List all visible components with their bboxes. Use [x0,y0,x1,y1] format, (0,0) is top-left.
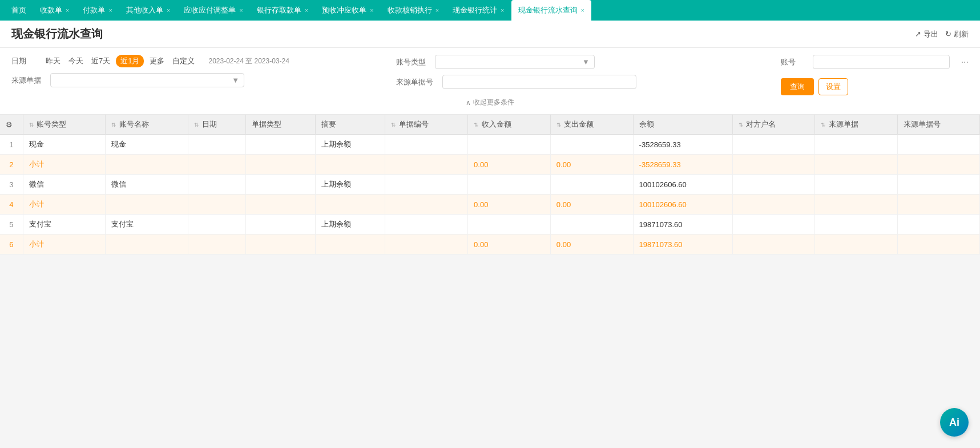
nav-verify[interactable]: 收款核销执行 × [381,0,446,21]
source-doc-select[interactable]: ▼ [50,73,244,87]
refresh-icon: ↻ [945,30,951,38]
collapse-button[interactable]: ∧ 收起更多条件 [466,98,514,107]
sort-icon: ⇅ [474,122,478,128]
table-row: 4小计0.000.00100102606.60 [0,195,980,215]
close-icon[interactable]: × [435,7,439,14]
close-icon[interactable]: × [239,7,243,14]
account-type-filter-row: 账号类型 ▼ [396,55,769,69]
col-balance: 余额 [633,115,732,135]
date-1month[interactable]: 近1月 [116,55,144,67]
chevron-down-icon: ▼ [232,76,239,84]
table-body: 1现金现金上期余额-3528659.332小计0.000.00-3528659.… [0,135,980,255]
date-more[interactable]: 更多 [147,55,167,67]
nav-cash-flow[interactable]: 现金银行流水查询 × [511,0,591,21]
page-header: 现金银行流水查询 ↗ 导出 ↻ 刷新 [0,21,980,48]
date-label: 日期 [11,56,34,66]
col-source-doc-no: 来源单据号 [898,115,980,135]
nav-adjustment[interactable]: 应收应付调整单 × [177,0,249,21]
close-icon[interactable]: × [66,7,69,14]
col-income: ⇅ 收入金额 [468,115,551,135]
col-account-name: ⇅ 账号名称 [106,115,188,135]
source-doc-num-input[interactable] [442,75,636,89]
gear-icon[interactable]: ⚙ [6,120,13,129]
page-title: 现金银行流水查询 [11,26,103,42]
top-nav: 首页 收款单 × 付款单 × 其他收入单 × 应收应付调整单 × 银行存取款单 … [0,0,980,21]
date-range-display: 2023-02-24 至 2023-03-24 [208,56,289,66]
date-custom[interactable]: 自定义 [170,55,197,67]
close-icon[interactable]: × [501,7,504,14]
query-button[interactable]: 查询 [781,78,814,95]
table-row: 5支付宝支付宝上期余额19871073.60 [0,215,980,235]
settings-button[interactable]: 设置 [818,78,848,95]
collapse-bar: ∧ 收起更多条件 [11,98,969,107]
close-icon[interactable]: × [581,7,584,14]
chevron-down-icon-2: ▼ [582,58,590,66]
date-7days[interactable]: 近7天 [89,55,112,67]
more-options-icon[interactable]: ··· [961,57,969,67]
nav-other-income[interactable]: 其他收入单 × [119,0,177,21]
account-type-select[interactable]: ▼ [435,55,595,69]
col-doc-no: ⇅ 单据编号 [385,115,468,135]
col-summary: 摘要 [316,115,385,135]
nav-stats[interactable]: 现金银行统计 × [446,0,511,21]
sort-icon: ⇅ [821,122,825,128]
source-doc-label: 来源单据 [11,75,41,86]
nav-bank-deposit[interactable]: 银行存取款单 × [250,0,315,21]
sort-icon: ⇅ [739,122,743,128]
source-doc-num-label: 来源单据号 [396,77,433,87]
header-actions: ↗ 导出 ↻ 刷新 [915,29,969,39]
col-source-doc: ⇅ 来源单据 [815,115,898,135]
account-filter-row: 账号 ··· [781,55,969,69]
close-icon[interactable]: × [305,7,308,14]
nav-payment[interactable]: 付款单 × [76,0,119,21]
data-table: ⚙ ⇅ 账号类型 ⇅ 账号名称 ⇅ 日期 单据类型 摘要 [0,115,980,255]
col-account-type: ⇅ 账号类型 [23,115,106,135]
export-icon: ↗ [915,30,921,38]
col-gear: ⚙ [0,115,23,135]
table-container: ⚙ ⇅ 账号类型 ⇅ 账号名称 ⇅ 日期 单据类型 摘要 [0,115,980,255]
account-label: 账号 [781,57,804,67]
close-icon[interactable]: × [167,7,170,14]
table-row: 6小计0.000.0019871073.60 [0,235,980,255]
table-header-row: ⚙ ⇅ 账号类型 ⇅ 账号名称 ⇅ 日期 单据类型 摘要 [0,115,980,135]
col-doc-type: 单据类型 [246,115,316,135]
source-doc-filter-row: 来源单据 ▼ [11,73,385,87]
sort-icon: ⇅ [556,122,561,128]
table-row: 2小计0.000.00-3528659.33 [0,155,980,175]
sort-icon: ⇅ [391,122,396,128]
col-expense: ⇅ 支出金额 [550,115,633,135]
chevron-up-icon: ∧ [466,99,471,107]
date-today[interactable]: 今天 [66,55,86,67]
nav-advance[interactable]: 预收冲应收单 × [315,0,380,21]
nav-receipt[interactable]: 收款单 × [33,0,76,21]
sort-icon: ⇅ [29,122,34,128]
close-icon[interactable]: × [370,7,373,14]
date-yesterday[interactable]: 昨天 [43,55,63,67]
table-row: 3微信微信上期余额100102606.60 [0,175,980,195]
table-row: 1现金现金上期余额-3528659.33 [0,135,980,155]
nav-home[interactable]: 首页 [5,0,33,21]
account-type-label: 账号类型 [396,57,426,67]
account-input[interactable] [813,55,950,69]
export-button[interactable]: ↗ 导出 [915,29,938,39]
date-options: 昨天 今天 近7天 近1月 更多 自定义 [43,55,197,67]
refresh-button[interactable]: ↻ 刷新 [945,29,969,39]
col-counterpart: ⇅ 对方户名 [732,115,815,135]
sort-icon: ⇅ [111,122,116,128]
sort-icon: ⇅ [194,122,199,128]
filter-area: 日期 昨天 今天 近7天 近1月 更多 自定义 2023-02-24 至 202… [0,48,980,115]
close-icon[interactable]: × [108,7,112,14]
source-doc-num-filter-row: 来源单据号 [396,75,769,89]
col-date: ⇅ 日期 [188,115,246,135]
date-filter-row: 日期 昨天 今天 近7天 近1月 更多 自定义 2023-02-24 至 202… [11,55,385,67]
